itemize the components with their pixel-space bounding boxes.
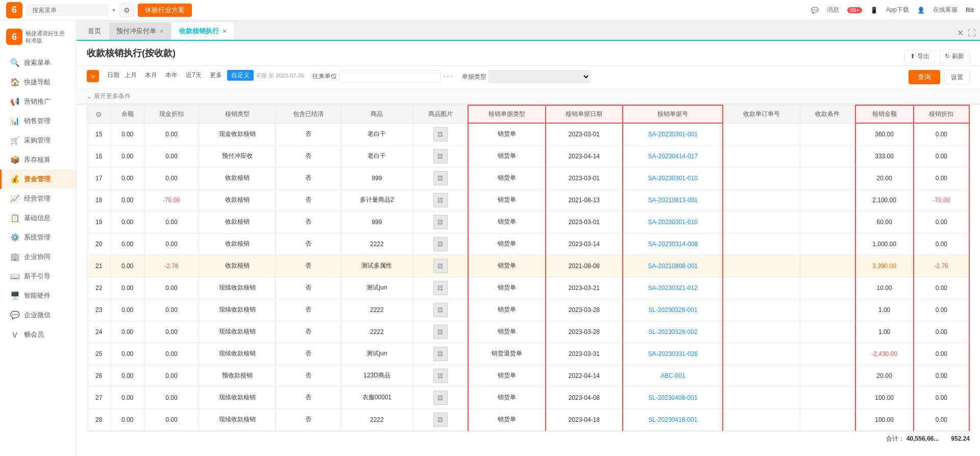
sidebar-item-sales[interactable]: 📊 销售管理 xyxy=(0,111,76,131)
expand-label: 展开更多条件 xyxy=(94,92,131,101)
goods-image: 🖼 xyxy=(433,237,448,251)
export-btn[interactable]: ⬆ 导出 xyxy=(904,50,935,63)
filter-toggle-btn[interactable]: » xyxy=(87,70,99,82)
th-writeoff-date: 核销单据日期 xyxy=(546,105,623,123)
td-writeoff-amount: 360.00 xyxy=(855,123,914,145)
writeoff-no-link[interactable]: SL-20230418-001 xyxy=(648,416,697,423)
prepay-tab-close[interactable]: ✕ xyxy=(159,28,164,35)
filter-settings-btn[interactable]: 设置 xyxy=(944,70,970,84)
writeoff-no-link[interactable]: SL-20230328-002 xyxy=(648,328,697,335)
td-writeoff-discount: -2.76 xyxy=(914,255,969,277)
sidebar-item-wechat[interactable]: 💬 企业微信 xyxy=(0,305,76,325)
close-window-icon[interactable]: ✕ xyxy=(957,28,964,38)
sidebar-item-guide[interactable]: 📖 新手引导 xyxy=(0,267,76,286)
td-writeoff-date: 2023-04-14 xyxy=(546,145,623,167)
date-tab-7days[interactable]: 近7天 xyxy=(183,70,205,81)
td-writeoff-no: SA-20230314-008 xyxy=(623,233,723,255)
td-write-off-type: 收款核销 xyxy=(199,189,276,211)
td-cash-discount: 0.00 xyxy=(144,343,199,365)
writeoff-no-link[interactable]: SA-20230314-008 xyxy=(648,241,698,248)
writeoff-no-link[interactable]: SA-20230301-010 xyxy=(648,219,698,226)
sidebar-item-search[interactable]: 🔍 搜索菜单 xyxy=(0,53,76,73)
writeoff-no-link[interactable]: SA-20210813-001 xyxy=(648,197,698,204)
sidebar-item-finance[interactable]: 💰 资金管理 xyxy=(0,170,76,189)
sidebar-item-inventory[interactable]: 📦 库存核算 xyxy=(0,150,76,170)
td-balance: 0.00 xyxy=(111,211,144,233)
writeoff-no-link[interactable]: SA-20210808-001 xyxy=(648,262,698,270)
td-receipt-condition xyxy=(800,409,855,430)
settings-gear-btn[interactable]: ⚙ xyxy=(119,3,134,17)
maximize-icon[interactable]: ⛶ xyxy=(968,29,976,38)
goods-image: 🖼 xyxy=(433,347,448,361)
writeoff-no-link[interactable]: SL-20230408-001 xyxy=(648,394,697,401)
expand-conditions-btn[interactable]: ⌄ 展开更多条件 xyxy=(87,92,970,101)
sidebar-item-business[interactable]: 📈 经营管理 xyxy=(0,189,76,208)
td-goods-image: 🖼 xyxy=(413,343,468,365)
writeoff-no-link[interactable]: SA-20230301-001 xyxy=(648,131,698,138)
refresh-btn[interactable]: ↻ 刷新 xyxy=(939,50,970,63)
date-tab-this-year[interactable]: 本年 xyxy=(162,70,181,81)
td-writeoff-no: SA-20230301-001 xyxy=(623,123,723,145)
td-writeoff-voucher-type: 销货单 xyxy=(468,145,546,167)
writeoff-no-link[interactable]: SA-20230331-026 xyxy=(648,350,698,357)
search-icon: 🔍 xyxy=(10,58,20,67)
sidebar-item-label: 畅会员 xyxy=(24,330,44,339)
sidebar-item-enterprise[interactable]: 🏢 企业协同 xyxy=(0,247,76,267)
td-goods: 2222 xyxy=(341,321,412,343)
td-goods-image: 🖼 xyxy=(413,189,468,211)
message-label[interactable]: 消息 xyxy=(827,6,839,14)
th-balance: 余额 xyxy=(111,105,144,123)
industry-btn[interactable]: 休验行业方案 xyxy=(138,4,192,17)
td-writeoff-amount: -2,430.00 xyxy=(855,343,914,365)
sidebar-item-marketing[interactable]: 📢 营销推广 xyxy=(0,92,76,111)
td-included-cleared: 否 xyxy=(275,321,341,343)
writeoff-tab-close[interactable]: ✕ xyxy=(222,28,227,35)
sidebar-item-member[interactable]: V 畅会员 xyxy=(0,325,76,344)
writeoff-no-link[interactable]: ABC-001 xyxy=(660,372,685,379)
date-custom-btn[interactable]: 自定义 xyxy=(227,70,254,81)
tab-prepay[interactable]: 预付冲应付单 ✕ xyxy=(109,22,171,40)
sidebar-item-system[interactable]: ⚙️ 系统管理 xyxy=(0,228,76,247)
guide-icon: 📖 xyxy=(10,272,20,281)
th-gear[interactable]: ⚙ xyxy=(87,105,111,123)
filter-section: » 日期 上月 本月 本年 近7天 更多 自定义 不限 至 2023-07-26 xyxy=(77,66,980,105)
filter-dots: ··· xyxy=(443,71,454,82)
app-download-icon: 📱 xyxy=(870,7,878,14)
td-write-off-type: 预收款核销 xyxy=(199,365,276,387)
td-writeoff-amount: 2,100.00 xyxy=(855,189,914,211)
query-btn[interactable]: 查询 xyxy=(909,70,940,84)
date-tab-more[interactable]: 更多 xyxy=(207,70,225,81)
app-download-btn[interactable]: App下载 xyxy=(886,6,909,14)
td-writeoff-date: 2023-04-18 xyxy=(546,409,623,430)
td-goods: 测试jun xyxy=(341,277,412,299)
date-tab-last-month[interactable]: 上月 xyxy=(121,70,140,81)
writeoff-no-link[interactable]: SA-20230414-017 xyxy=(648,153,698,160)
table-row: 18 0.00 -70.00 收款核销 否 多计量商品2 🖼 销货单 2021-… xyxy=(87,189,970,211)
sidebar-item-quick-nav[interactable]: 🏠 快捷导航 xyxy=(0,73,76,92)
voucher-type-select[interactable] xyxy=(488,70,591,83)
sidebar-item-label: 新手引导 xyxy=(24,272,51,281)
writeoff-no-link[interactable]: SA-20230321-012 xyxy=(648,284,698,292)
td-goods: 123D商品 xyxy=(341,365,412,387)
td-writeoff-date: 2023-03-14 xyxy=(546,233,623,255)
marketing-icon: 📢 xyxy=(10,97,20,106)
td-receipt-condition xyxy=(800,255,855,277)
counterpart-label: 往来单位 xyxy=(312,72,337,81)
sidebar-item-purchase[interactable]: 🛒 采购管理 xyxy=(0,131,76,150)
online-service-btn[interactable]: 在线客服 xyxy=(933,6,958,14)
voucher-type-filter-group: 单据类型 xyxy=(462,70,591,83)
writeoff-no-link[interactable]: SA-20230301-010 xyxy=(648,175,698,182)
td-no: 18 xyxy=(87,189,111,211)
td-writeoff-voucher-type: 销货单 xyxy=(468,321,546,343)
table-gear-icon[interactable]: ⚙ xyxy=(95,110,102,118)
td-writeoff-date: 2021-08-08 xyxy=(546,255,623,277)
writeoff-no-link[interactable]: SL-20230328-001 xyxy=(648,306,697,314)
date-tab-this-month[interactable]: 本月 xyxy=(142,70,160,81)
table-area: ⚙ 余额 现金折扣 核销类型 包含已结清 商品 商品图片 核销单据类型 核销单据… xyxy=(77,105,980,456)
tab-home[interactable]: 首页 xyxy=(81,22,108,40)
counterpart-input[interactable] xyxy=(339,70,441,82)
tab-writeoff[interactable]: 收款核销执行 ✕ xyxy=(172,22,234,40)
sidebar-item-basic[interactable]: 📋 基础信息 xyxy=(0,208,76,228)
sidebar-item-hardware[interactable]: 🖥️ 智能硬件 xyxy=(0,286,76,305)
top-search-input[interactable] xyxy=(27,5,108,16)
